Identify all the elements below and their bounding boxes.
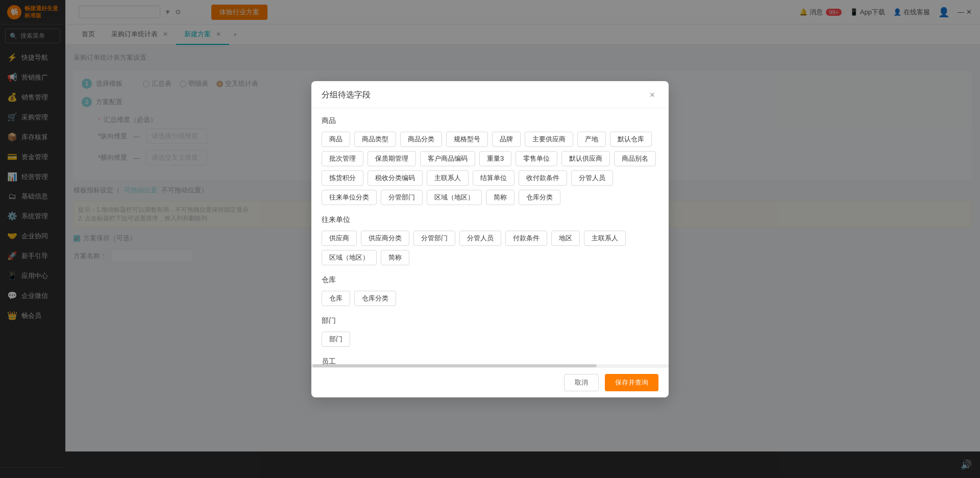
- dialog: 分组待选字段 × 商品商品商品类型商品分类规格型号品牌主要供应商产地默认仓库批次…: [311, 81, 669, 271]
- field-tags-product: 商品商品类型商品分类规格型号品牌主要供应商产地默认仓库批次管理保质期管理客户商品…: [322, 132, 658, 205]
- field-tag-short2[interactable]: 简称: [381, 250, 409, 265]
- field-tag-main-supplier[interactable]: 主要供应商: [525, 132, 573, 147]
- field-tag-region3[interactable]: 区域（地区）: [322, 250, 377, 265]
- field-tag-retail-unit[interactable]: 零售单位: [516, 151, 557, 166]
- field-tag-warehouse-category[interactable]: 仓库分类: [519, 190, 560, 205]
- field-tag-product[interactable]: 商品: [322, 132, 350, 147]
- dialog-close-button[interactable]: ×: [646, 89, 658, 102]
- dialog-header: 分组待选字段 ×: [311, 81, 669, 108]
- field-tag-settlement-unit[interactable]: 结算单位: [473, 170, 514, 186]
- field-tag-supplier-category[interactable]: 供应商分类: [361, 231, 409, 246]
- field-tag-short-name[interactable]: 简称: [486, 190, 514, 205]
- field-tag-region2[interactable]: 地区: [551, 231, 580, 246]
- field-tag-region[interactable]: 区域（地区）: [427, 190, 482, 205]
- field-tag-weight3[interactable]: 重量3: [479, 151, 511, 166]
- field-tag-quality-mgmt[interactable]: 保质期管理: [368, 151, 416, 166]
- field-tag-spec-type[interactable]: 规格型号: [446, 132, 488, 147]
- field-tag-origin[interactable]: 产地: [577, 132, 606, 147]
- field-tag-payment2[interactable]: 付款条件: [505, 231, 547, 246]
- field-tag-contact2[interactable]: 主联系人: [584, 231, 626, 246]
- field-tag-pickup-points[interactable]: 拣货积分: [322, 170, 363, 186]
- field-tag-origin-unit-category[interactable]: 往来单位分类: [322, 190, 377, 205]
- field-tag-dept[interactable]: 分管部门: [381, 190, 423, 205]
- field-tag-payment-terms[interactable]: 收付款条件: [519, 170, 567, 186]
- field-tag-main-contact[interactable]: 主联系人: [427, 170, 469, 186]
- field-tag-manager2[interactable]: 分管人员: [459, 231, 501, 246]
- field-group-partner: 往来单位供应商供应商分类分管部门分管人员付款条件地区主联系人区域（地区）简称: [322, 215, 658, 265]
- field-tag-default-supplier[interactable]: 默认供应商: [561, 151, 610, 166]
- field-tag-tax-code[interactable]: 税收分类编码: [368, 170, 423, 186]
- field-tags-partner: 供应商供应商分类分管部门分管人员付款条件地区主联系人区域（地区）简称: [322, 231, 658, 265]
- field-tag-batch-mgmt[interactable]: 批次管理: [322, 151, 363, 166]
- field-group-title-product: 商品: [322, 116, 658, 125]
- field-tag-product-category[interactable]: 商品分类: [400, 132, 442, 147]
- field-tag-product-type[interactable]: 商品类型: [354, 132, 396, 147]
- field-tag-brand[interactable]: 品牌: [492, 132, 521, 147]
- field-tag-product-alias[interactable]: 商品别名: [614, 151, 656, 166]
- field-tag-default-warehouse[interactable]: 默认仓库: [610, 132, 652, 147]
- field-tag-customer-code[interactable]: 客户商品编码: [420, 151, 475, 166]
- field-group-title-partner: 往来单位: [322, 215, 658, 224]
- dialog-title: 分组待选字段: [322, 90, 371, 100]
- field-tag-supplier[interactable]: 供应商: [322, 231, 357, 246]
- field-group-product: 商品商品商品类型商品分类规格型号品牌主要供应商产地默认仓库批次管理保质期管理客户…: [322, 116, 658, 205]
- field-tag-manager[interactable]: 分管人员: [571, 170, 613, 186]
- dialog-body: 商品商品商品类型商品分类规格型号品牌主要供应商产地默认仓库批次管理保质期管理客户…: [311, 108, 669, 271]
- field-tag-dept2[interactable]: 分管部门: [413, 231, 455, 246]
- dialog-overlay: 分组待选字段 × 商品商品商品类型商品分类规格型号品牌主要供应商产地默认仓库批次…: [0, 0, 980, 271]
